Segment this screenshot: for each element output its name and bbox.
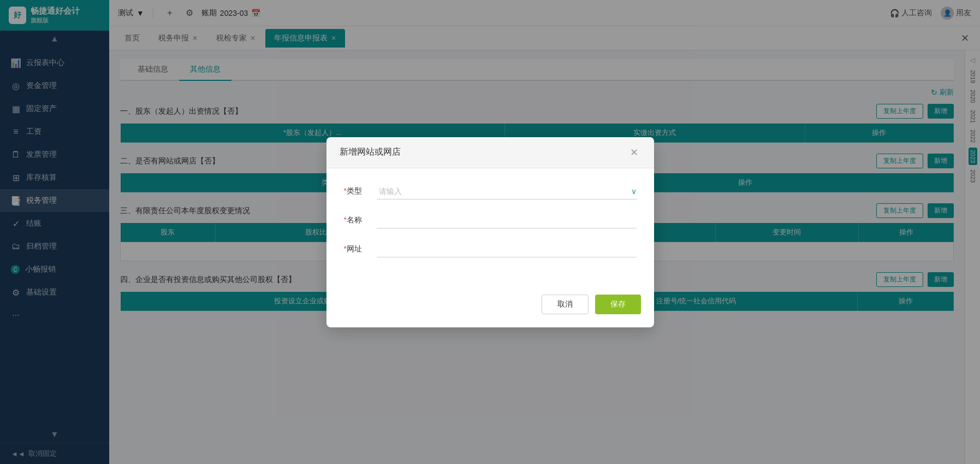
url-required-mark: * — [344, 244, 347, 253]
type-input[interactable] — [377, 186, 631, 197]
type-input-wrap: ∨ — [377, 184, 637, 199]
dialog-header: 新增网站或网店 ✕ — [326, 137, 654, 168]
type-label: *类型 — [344, 186, 377, 196]
name-input[interactable] — [377, 215, 637, 226]
cancel-button[interactable]: 取消 — [542, 295, 589, 314]
type-required-mark: * — [344, 186, 347, 195]
save-button[interactable]: 保存 — [595, 295, 641, 314]
form-row-name: *名称 — [344, 213, 637, 228]
form-row-type: *类型 ∨ — [344, 184, 637, 199]
name-label: *名称 — [344, 215, 377, 225]
dialog-title: 新增网站或网店 — [340, 146, 401, 158]
name-required-mark: * — [344, 215, 347, 224]
dialog-close-button[interactable]: ✕ — [628, 146, 641, 159]
add-website-dialog: 新增网站或网店 ✕ *类型 ∨ *名称 — [326, 137, 654, 327]
type-dropdown-arrow[interactable]: ∨ — [631, 187, 637, 196]
dialog-overlay[interactable]: 新增网站或网店 ✕ *类型 ∨ *名称 — [0, 0, 980, 464]
form-row-url: *网址 — [344, 242, 637, 257]
url-label: *网址 — [344, 244, 377, 254]
name-input-wrap — [377, 213, 637, 228]
dialog-body: *类型 ∨ *名称 *网址 — [326, 168, 654, 286]
url-input-wrap — [377, 242, 637, 257]
url-input[interactable] — [377, 244, 637, 255]
dialog-footer: 取消 保存 — [326, 286, 654, 327]
